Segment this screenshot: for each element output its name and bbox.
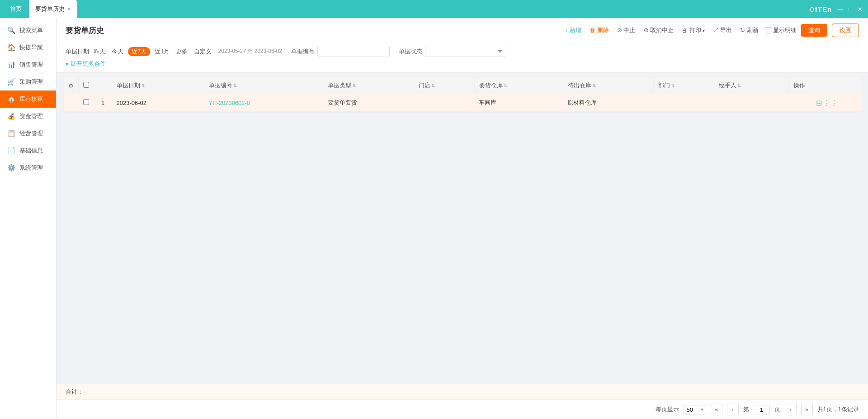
date-shortcut-custom[interactable]: 自定义	[192, 47, 213, 56]
sidebar-item-operations[interactable]: 📋 经营管理	[0, 125, 56, 142]
sidebar-item-sales[interactable]: 📊 销售管理	[0, 56, 56, 73]
date-filter-group: 单据日期 昨天 今天 近7天 近1月 更多 自定义 2023-05-27 至 2…	[66, 47, 282, 56]
topbar-right: OfTEn — □ ✕	[809, 5, 863, 13]
th-doc-no: 单据编号 ⇅	[204, 77, 323, 94]
th-handler: 经手人 ⇅	[714, 77, 789, 94]
query-button[interactable]: 查询	[801, 24, 827, 37]
date-shortcuts: 昨天 今天 近7天 近1月 更多 自定义	[92, 47, 213, 56]
filter-area: 单据日期 昨天 今天 近7天 近1月 更多 自定义 2023-05-27 至 2…	[57, 41, 868, 73]
doc-no-link[interactable]: YH-20230602-0	[208, 100, 250, 106]
next-page-button[interactable]: ›	[785, 404, 797, 415]
first-page-button[interactable]: «	[711, 404, 722, 415]
row-checkbox[interactable]	[83, 99, 89, 105]
cancel-stop-button[interactable]: ⊘ 取消中止	[642, 25, 676, 35]
sidebar-item-label: 销售管理	[19, 61, 43, 69]
sidebar-item-label: 基础信息	[19, 147, 43, 155]
window-maximize-icon[interactable]: □	[849, 6, 852, 13]
sidebar-item-finance[interactable]: 💰 资金管理	[0, 108, 56, 125]
sidebar-item-search-menu[interactable]: 🔍 搜索菜单	[0, 22, 56, 39]
new-button[interactable]: + 新增	[563, 25, 583, 35]
page-label: 第	[743, 405, 749, 414]
sidebar-item-inventory[interactable]: 🏠 库存核算	[0, 90, 56, 108]
page-title: 要货单历史	[66, 25, 104, 36]
display-detail-toggle[interactable]: 显示明细	[765, 26, 797, 34]
td-department	[653, 94, 714, 112]
doc-status-label: 单据状态	[399, 48, 422, 56]
sidebar: 🔍 搜索菜单 🏠 快捷导航 📊 销售管理 🛒 采购管理 🏠 库存核算 💰 资金管…	[0, 18, 57, 419]
first-page-icon: «	[715, 406, 718, 413]
settings-button[interactable]: 设置	[832, 24, 859, 37]
last-page-button[interactable]: »	[801, 404, 813, 415]
sidebar-item-quick-nav[interactable]: 🏠 快捷导航	[0, 39, 56, 56]
sort-icon[interactable]: ⇅	[141, 83, 145, 88]
sidebar-item-purchase[interactable]: 🛒 采购管理	[0, 73, 56, 90]
current-page-input[interactable]	[754, 405, 770, 414]
chevron-down-icon: ▾	[66, 61, 69, 67]
sort-icon[interactable]: ⇅	[592, 83, 596, 88]
main-layout: 🔍 搜索菜单 🏠 快捷导航 📊 销售管理 🛒 采购管理 🏠 库存核算 💰 资金管…	[0, 18, 868, 419]
date-shortcut-more[interactable]: 更多	[174, 47, 189, 56]
sidebar-item-label: 经营管理	[19, 129, 43, 138]
sort-icon[interactable]: ⇅	[504, 83, 507, 88]
gear-icon: ⚙️	[7, 164, 16, 172]
data-table: ⚙ 单据日期 ⇅	[64, 77, 861, 112]
sort-icon[interactable]: ⇅	[671, 83, 675, 88]
operations-icon: 📋	[7, 129, 16, 138]
td-store	[414, 94, 474, 112]
inventory-icon: 🏠	[7, 95, 16, 103]
th-store: 门店 ⇅	[414, 77, 474, 94]
th-doc-type: 单据类型 ⇅	[323, 77, 414, 94]
sidebar-item-label: 搜索菜单	[19, 26, 43, 34]
edit-row-icon[interactable]: ⊞	[814, 98, 824, 108]
date-shortcut-last7days[interactable]: 近7天	[128, 47, 150, 56]
prev-page-button[interactable]: ‹	[727, 404, 739, 415]
doc-status-select[interactable]	[425, 46, 506, 57]
stop-button[interactable]: ⊘ 中止	[615, 25, 637, 35]
window-close-icon[interactable]: ✕	[858, 6, 863, 13]
sort-icon[interactable]: ⇅	[737, 83, 741, 88]
doc-number-filter-group: 单据编号	[291, 46, 390, 57]
prev-page-icon: ‹	[732, 406, 734, 413]
page-size-select[interactable]: 20 50 100 200	[684, 405, 706, 414]
refresh-button[interactable]: ↻ 刷新	[738, 25, 760, 35]
delete-button[interactable]: 🗑 删除	[588, 25, 611, 35]
select-all-checkbox[interactable]	[83, 82, 89, 88]
td-req-warehouse: 车间库	[474, 94, 563, 112]
date-shortcut-last-month[interactable]: 近1月	[153, 47, 171, 56]
display-detail-checkbox[interactable]	[765, 27, 771, 33]
sidebar-item-basic-info[interactable]: 📄 基础信息	[0, 142, 56, 159]
document-icon: 📄	[7, 147, 16, 155]
tab-requisition-history[interactable]: 要货单历史 ×	[29, 0, 77, 18]
filter-row: 单据日期 昨天 今天 近7天 近1月 更多 自定义 2023-05-27 至 2…	[66, 46, 859, 57]
next-page-icon: ›	[790, 406, 792, 413]
date-range-text: 2023-05-27 至 2023-06-02	[218, 48, 282, 55]
table-row: 1 2023-06-02 YH-20230602-0 要货单要货	[64, 94, 861, 112]
sidebar-item-label: 采购管理	[19, 78, 43, 86]
close-tab-icon[interactable]: ×	[67, 6, 71, 12]
sort-icon[interactable]: ⇅	[233, 83, 237, 88]
page-size-label: 每页显示	[656, 405, 679, 414]
td-pending-warehouse: 原材料仓库	[563, 94, 653, 112]
window-minimize-icon[interactable]: —	[837, 6, 843, 13]
last-page-icon: »	[805, 406, 808, 413]
date-shortcut-today[interactable]: 今天	[110, 47, 125, 56]
sidebar-item-system[interactable]: ⚙️ 系统管理	[0, 159, 56, 176]
date-shortcut-yesterday[interactable]: 昨天	[92, 47, 107, 56]
more-row-icon[interactable]: ⋮⋮	[826, 98, 835, 108]
td-gear	[64, 94, 79, 112]
table-settings-icon[interactable]: ⚙	[68, 82, 74, 89]
th-num	[94, 77, 112, 94]
sort-icon[interactable]: ⇅	[352, 83, 356, 88]
th-pending-warehouse: 待出仓库 ⇅	[563, 77, 653, 94]
sort-icon[interactable]: ⇅	[431, 83, 435, 88]
th-date: 单据日期 ⇅	[112, 77, 204, 94]
export-button[interactable]: ↗ 导出	[711, 25, 734, 35]
th-req-warehouse: 要货仓库 ⇅	[474, 77, 563, 94]
td-ops: ⊞ ⋮⋮	[789, 94, 861, 112]
doc-number-input[interactable]	[317, 46, 390, 57]
content-area: 要货单历史 + 新增 🗑 删除 ⊘ 中止 ⊘ 取消中止 🖨 打印 ▾ ↗ 导出 …	[57, 18, 868, 419]
print-button[interactable]: 🖨 打印 ▾	[680, 25, 707, 35]
th-checkbox	[79, 77, 94, 94]
expand-more-button[interactable]: ▾ 展开更多条件	[66, 60, 859, 68]
tab-home[interactable]: 首页	[4, 0, 28, 18]
